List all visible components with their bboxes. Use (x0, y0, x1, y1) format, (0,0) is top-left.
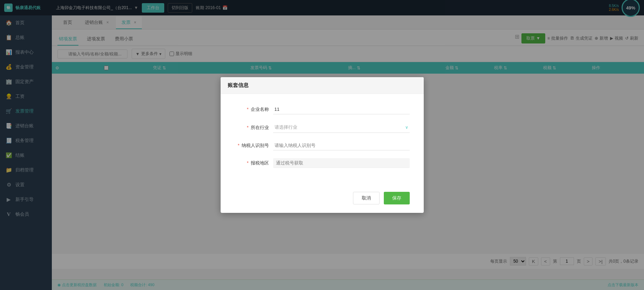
dialog-body: * 企业名称 * 所在行业 请选择行业 ∨ * (221, 94, 424, 186)
save-button[interactable]: 保存 (384, 192, 410, 204)
industry-dropdown-icon: ∨ (405, 125, 408, 130)
required-star-2: * (247, 125, 249, 130)
dialog-footer: 取消 保存 (221, 186, 424, 213)
required-star-4: * (247, 160, 249, 166)
taxregion-input (273, 158, 410, 168)
taxid-label: * 纳税人识别号 (235, 142, 273, 149)
form-row-taxid: * 纳税人识别号 (235, 141, 410, 150)
cancel-button[interactable]: 取消 (353, 192, 380, 204)
account-info-dialog: 账套信息 * 企业名称 * 所在行业 请选择行业 ∨ (221, 77, 424, 213)
form-row-company: * 企业名称 (235, 104, 410, 114)
required-star-3: * (238, 143, 240, 148)
company-name-label: * 企业名称 (235, 106, 273, 113)
industry-placeholder: 请选择行业 (275, 124, 405, 130)
required-star: * (247, 107, 249, 112)
dialog-header: 账套信息 (221, 77, 424, 94)
form-row-industry: * 所在行业 请选择行业 ∨ (235, 122, 410, 133)
form-row-taxregion: * 报税地区 (235, 158, 410, 168)
modal-overlay: 账套信息 * 企业名称 * 所在行业 请选择行业 ∨ (0, 0, 644, 290)
company-name-input[interactable] (273, 104, 410, 114)
dialog-title: 账套信息 (228, 82, 249, 88)
taxid-input[interactable] (273, 141, 410, 150)
taxregion-label: * 报税地区 (235, 160, 273, 166)
industry-select[interactable]: 请选择行业 ∨ (273, 122, 410, 133)
industry-label: * 所在行业 (235, 124, 273, 131)
